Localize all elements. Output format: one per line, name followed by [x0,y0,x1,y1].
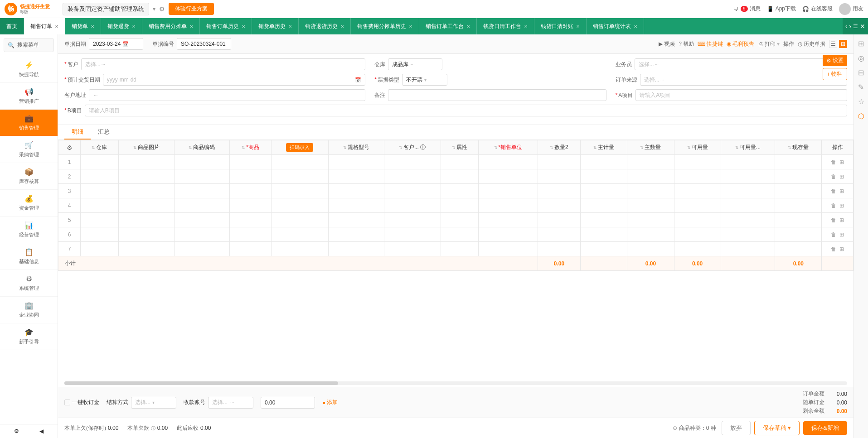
th-avail2[interactable]: ⇅可用量... [721,140,775,155]
profit-btn[interactable]: ◉ 毛利预告 [727,40,754,48]
th-spec[interactable]: ⇅规格型号 [328,140,384,155]
tab-close-icon[interactable]: ✕ [91,24,94,29]
add-material-btn[interactable]: + 物料 [823,68,847,80]
tab-daily-workbench[interactable]: 钱货日清工作台 ✕ [477,18,534,34]
tab-detail[interactable]: 明细 [64,125,91,140]
tab-close-icon[interactable]: ✕ [466,24,470,29]
tab-order-workbench[interactable]: 销售订单工作台 ✕ [419,18,477,34]
add-btn[interactable]: ● 添加 [322,399,338,406]
tab-sales-expense[interactable]: 销售费用分摊单 ✕ [142,18,200,34]
remarks-input[interactable] [388,89,606,101]
tab-close-icon[interactable]: ✕ [409,24,412,29]
tab-sales-shipment[interactable]: 销货单 ✕ [65,18,101,34]
tab-close-icon[interactable]: ✕ [524,24,528,29]
quick-order-checkbox[interactable]: 一键收订金 [64,399,99,406]
rp-btn-1[interactable]: ⊞ [856,38,867,49]
tab-home[interactable]: 首页 [0,18,24,34]
th-main-qty[interactable]: ⇅主数量 [627,140,674,155]
tab-close-icon[interactable]: ✕ [576,24,580,29]
sidebar-item-marketing[interactable]: 📢 营销推广 [0,83,58,110]
tab-prev-icon[interactable]: ‹ [845,23,848,30]
tab-close-icon[interactable]: ✕ [288,24,292,29]
print-btn[interactable]: 🖨 打印 ▾ [758,40,780,48]
user-menu[interactable]: 用友 [839,3,863,15]
row-delete-icon[interactable]: 🗑 [831,188,836,194]
row-copy-icon[interactable]: ⊞ [839,217,844,223]
scan-btn[interactable]: 扫码录入 [286,143,313,152]
horizontal-scrollbar[interactable] [64,381,847,385]
sidebar-item-enterprise[interactable]: 🏢 企业协同 [0,297,58,323]
tab-close-icon[interactable]: ✕ [242,24,245,29]
a-project-input[interactable]: 请输入A项目 [635,89,847,101]
settings-bottom-icon[interactable]: ⚙ [14,428,19,434]
row-copy-icon[interactable]: ⊞ [839,173,844,180]
discard-btn[interactable]: 放弃 [722,421,751,435]
history-btn[interactable]: ◷ 历史单据 [798,40,825,48]
tab-expense-history[interactable]: 销售费用分摊单历史 ✕ [351,18,419,34]
settings-btn[interactable]: ⚙ 设置 [823,55,847,66]
th-avail[interactable]: ⇅可用量 [674,140,721,155]
th-unit[interactable]: ⇅*销售单位 [479,140,538,155]
tab-close-icon[interactable]: ✕ [634,24,637,29]
tab-close-icon[interactable]: ✕ [189,24,193,29]
tab-close-all-icon[interactable]: ✕ [860,23,865,30]
th-main-unit[interactable]: ⇅主计量 [581,140,627,155]
row-delete-icon[interactable]: 🗑 [831,246,836,252]
sidebar-item-guide[interactable]: 🎓 新手引导 [0,323,58,350]
rp-btn-5[interactable]: ☆ [856,96,867,107]
th-image[interactable]: ⇅商品图片 [118,140,174,155]
delivery-date-input[interactable]: yyyy-mm-dd 📅 [103,74,366,86]
industry-btn[interactable]: 体验行业方案 [169,3,214,15]
save-new-btn[interactable]: 保存&新增 [803,421,847,435]
tab-shipment-history[interactable]: 销货单历史 ✕ [252,18,299,34]
th-scan[interactable]: 扫码录入 [271,140,328,155]
tab-next-icon[interactable]: › [849,23,851,30]
row-delete-icon[interactable]: 🗑 [831,202,836,209]
invoice-type-select[interactable]: 不开票 ▾ [402,74,447,86]
row-copy-icon[interactable]: ⊞ [839,159,844,165]
sidebar-item-finance[interactable]: 💰 资金管理 [0,190,58,217]
tab-daily-reconcile[interactable]: 钱货日清对账 ✕ [534,18,587,34]
tab-order-stats[interactable]: 销售订单统计表 ✕ [587,18,644,34]
warehouse-input[interactable]: 成品库 ··· [388,58,442,70]
th-code[interactable]: ⇅商品编码 [174,140,230,155]
tab-close-icon[interactable]: ✕ [55,24,58,29]
row-delete-icon[interactable]: 🗑 [831,159,836,165]
rp-btn-2[interactable]: ◎ [856,53,867,63]
payment-select[interactable]: 选择... ▾ [131,397,176,409]
customer-input[interactable]: 选择... ··· [81,58,366,70]
row-delete-icon[interactable]: 🗑 [831,217,836,223]
sidebar-item-quicknav[interactable]: ⚡ 快捷导航 [0,56,58,83]
th-current[interactable]: ⇅现存量 [775,140,822,155]
rp-btn-6[interactable]: ⬡ [856,111,867,121]
sidebar-item-basic[interactable]: 📋 基础信息 [0,243,58,270]
app-download-btn[interactable]: 📱 App下载 [767,5,796,13]
th-attr[interactable]: ⇅属性 [441,140,479,155]
amount-input[interactable]: 0.00 [261,397,315,409]
view-grid-icon[interactable]: ⊞ [839,40,847,48]
b-project-input[interactable]: 请输入B项目 [85,105,847,116]
tab-close-icon[interactable]: ✕ [132,24,136,29]
row-delete-icon[interactable]: 🗑 [831,173,836,180]
system-name[interactable]: 装备及固定资产辅助管理系统 [63,3,149,15]
help-btn[interactable]: ? 帮助 [679,40,694,48]
save-draft-btn[interactable]: 保存草稿 ▾ [754,421,800,435]
message-btn[interactable]: 🗨 9 消息 [733,5,761,13]
order-source-input[interactable]: 选择... ··· [640,74,847,86]
rp-btn-4[interactable]: ✎ [856,82,867,92]
th-warehouse[interactable]: ⇅仓库 [81,140,119,155]
row-copy-icon[interactable]: ⊞ [839,246,844,252]
th-gear[interactable]: ⚙ [58,140,81,155]
tab-order-history[interactable]: 销售订单历史 ✕ [200,18,252,34]
rp-btn-3[interactable]: ⊟ [856,67,867,78]
view-list-icon[interactable]: ☰ [829,40,837,48]
code-input[interactable]: SO-20230324-001 [177,38,231,50]
row-copy-icon[interactable]: ⊞ [839,188,844,194]
sidebar-item-system[interactable]: ⚙ 系统管理 [0,270,58,297]
sidebar-item-operations[interactable]: 📊 经营管理 [0,217,58,243]
sidebar-item-purchase[interactable]: 🛒 采购管理 [0,136,58,163]
search-menu-btn[interactable]: 🔍 搜索菜单 [4,38,54,52]
row-delete-icon[interactable]: 🗑 [831,231,836,238]
collapse-sidebar-icon[interactable]: ◀ [39,428,44,434]
row-copy-icon[interactable]: ⊞ [839,202,844,209]
